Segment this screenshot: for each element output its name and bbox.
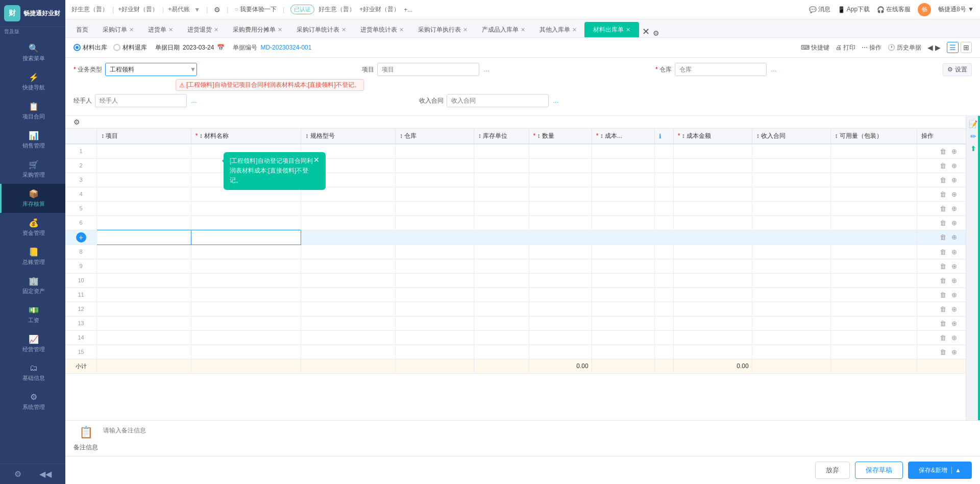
cell-warehouse-9[interactable] <box>395 259 474 273</box>
business-type-input[interactable] <box>105 63 197 76</box>
tab-home[interactable]: 首页 <box>69 22 95 37</box>
delete-row-3-btn[interactable]: 🗑 <box>938 176 948 184</box>
tab-purchase-exec[interactable]: 采购订单执行表 ✕ <box>411 22 474 37</box>
cell-cost-amount-15[interactable] <box>673 345 752 359</box>
cell-available-9[interactable] <box>830 259 917 273</box>
cell-qty-3[interactable] <box>529 173 592 187</box>
col-header-unit[interactable]: ↕ 库存单位 <box>474 129 529 144</box>
col-header-qty[interactable]: ↕ 数量 <box>529 129 592 144</box>
cell-material-9[interactable] <box>191 259 301 273</box>
tab-close-product-warehouse[interactable]: ✕ <box>521 27 525 33</box>
cell-income-contract-9[interactable] <box>752 259 830 273</box>
cell-project-13[interactable] <box>97 316 191 330</box>
copy-row-3-btn[interactable]: ⊕ <box>950 176 959 184</box>
cell-income-contract-3[interactable] <box>752 173 830 187</box>
cell-spec-14[interactable] <box>301 330 396 345</box>
sidebar-item-ledger[interactable]: 📒 总账管理 <box>0 242 65 271</box>
delete-row-11-btn[interactable]: 🗑 <box>938 291 948 299</box>
cell-available-1[interactable] <box>830 144 917 158</box>
sidebar-item-salary[interactable]: 💵 工资 <box>0 300 65 329</box>
cell-material-12[interactable] <box>191 302 301 316</box>
copy-row-8-btn[interactable]: ⊕ <box>950 248 959 256</box>
cell-cost-amount-12[interactable] <box>673 302 752 316</box>
add-row-btn-cell[interactable]: + <box>65 230 97 245</box>
cell-warehouse-3[interactable] <box>395 173 474 187</box>
save-new-dropdown-icon[interactable]: ▲ <box>951 467 961 474</box>
cell-income-contract-13[interactable] <box>752 316 830 330</box>
cell-material-11[interactable] <box>191 287 301 302</box>
cell-cost-amount-2[interactable] <box>673 158 752 173</box>
cell-available-4[interactable] <box>830 187 917 201</box>
copy-row-4-btn[interactable]: ⊕ <box>950 190 959 199</box>
cell-warehouse-15[interactable] <box>395 345 474 359</box>
online-service-link[interactable]: 🎧 在线客服 <box>877 5 911 14</box>
copy-row-6-btn[interactable]: ⊕ <box>950 219 959 227</box>
handler-input[interactable] <box>95 94 187 107</box>
sidebar-item-project[interactable]: 📋 项目合同 <box>0 96 65 126</box>
cell-warehouse-12[interactable] <box>395 302 474 316</box>
nav-haoshengyi2[interactable]: 好生意（普） <box>318 5 355 14</box>
cell-qty-15[interactable] <box>529 345 592 359</box>
cell-cost-price-10[interactable] <box>592 273 654 287</box>
col-sort-cost-price[interactable]: ↕ <box>600 132 603 139</box>
cell-available-11[interactable] <box>830 287 917 302</box>
delete-row-4-btn[interactable]: 🗑 <box>938 190 948 199</box>
cell-income-contract-2[interactable] <box>752 158 830 173</box>
business-type-dropdown-icon[interactable]: ▼ <box>190 66 196 73</box>
cell-spec-13[interactable] <box>301 316 396 330</box>
message-link[interactable]: 💬 消息 <box>809 5 830 14</box>
grid-view-btn[interactable]: ⊞ <box>961 42 972 53</box>
col-header-material[interactable]: ↕ 材料名称 <box>191 129 301 144</box>
tab-close-purchase-cost[interactable]: ✕ <box>278 27 282 33</box>
cell-warehouse-11[interactable] <box>395 287 474 302</box>
col-sort-income-contract[interactable]: ↕ <box>756 132 760 139</box>
cell-warehouse-4[interactable] <box>395 187 474 201</box>
cell-unit-9[interactable] <box>474 259 529 273</box>
delete-row-5-btn[interactable]: 🗑 <box>938 204 948 213</box>
add-row-input-2[interactable] <box>191 230 301 245</box>
quick-key-btn[interactable]: ⌨ 快捷键 <box>801 43 829 52</box>
tab-product-warehouse[interactable]: 产成品入库单 ✕ <box>475 22 532 37</box>
tab-close-goods-return[interactable]: ✕ <box>214 27 218 33</box>
cell-warehouse-2[interactable] <box>395 158 474 173</box>
settings-topbar-icon[interactable]: ⚙ <box>214 6 220 14</box>
cell-cost-amount-4[interactable] <box>673 187 752 201</box>
delete-row-12-btn[interactable]: 🗑 <box>938 305 948 313</box>
cell-unit-10[interactable] <box>474 273 529 287</box>
radio-material-return[interactable]: 材料退库 <box>113 43 147 52</box>
nav-yidaizhang[interactable]: +易代账 <box>168 5 190 14</box>
nav-more[interactable]: +... <box>404 6 412 13</box>
cell-income-contract-14[interactable] <box>752 330 830 345</box>
next-record-btn[interactable]: ▶ <box>935 43 941 52</box>
sidebar-item-finance[interactable]: 💰 资金管理 <box>0 213 65 242</box>
warehouse-dots-icon[interactable]: … <box>771 66 777 73</box>
cell-cost-amount-6[interactable] <box>673 215 752 230</box>
cell-cost-amount-13[interactable] <box>673 316 752 330</box>
save-draft-button[interactable]: 保存草稿 <box>855 462 903 479</box>
cell-available-12[interactable] <box>830 302 917 316</box>
col-sort-available[interactable]: ↕ <box>835 132 838 139</box>
app-download-link[interactable]: 📱 App下载 <box>838 5 870 14</box>
cell-project-9[interactable] <box>97 259 191 273</box>
copy-row-1-btn[interactable]: ⊕ <box>950 147 959 156</box>
cell-project-1[interactable] <box>97 144 191 158</box>
cell-cost-price-1[interactable] <box>592 144 654 158</box>
cell-cost-price-9[interactable] <box>592 259 654 273</box>
cell-project-14[interactable] <box>97 330 191 345</box>
cell-cost-amount-11[interactable] <box>673 287 752 302</box>
copy-row-2-btn[interactable]: ⊕ <box>950 161 959 170</box>
cell-material-8[interactable] <box>191 245 301 259</box>
copy-row-15-btn[interactable]: ⊕ <box>950 348 959 356</box>
cell-cost-amount-14[interactable] <box>673 330 752 345</box>
save-new-button[interactable]: 保存&新增 ▲ <box>908 462 972 479</box>
delete-addrow-btn[interactable]: 🗑 <box>938 233 948 241</box>
cell-spec-11[interactable] <box>301 287 396 302</box>
copy-row-13-btn[interactable]: ⊕ <box>950 319 959 328</box>
right-panel-icon-3[interactable]: ⬆ <box>970 144 976 153</box>
cell-cost-price-6[interactable] <box>592 215 654 230</box>
cell-cost-price-3[interactable] <box>592 173 654 187</box>
tab-material-out[interactable]: 材料出库单 ✕ <box>584 22 639 37</box>
cell-spec-9[interactable] <box>301 259 396 273</box>
cell-available-6[interactable] <box>830 215 917 230</box>
copy-row-9-btn[interactable]: ⊕ <box>950 262 959 271</box>
